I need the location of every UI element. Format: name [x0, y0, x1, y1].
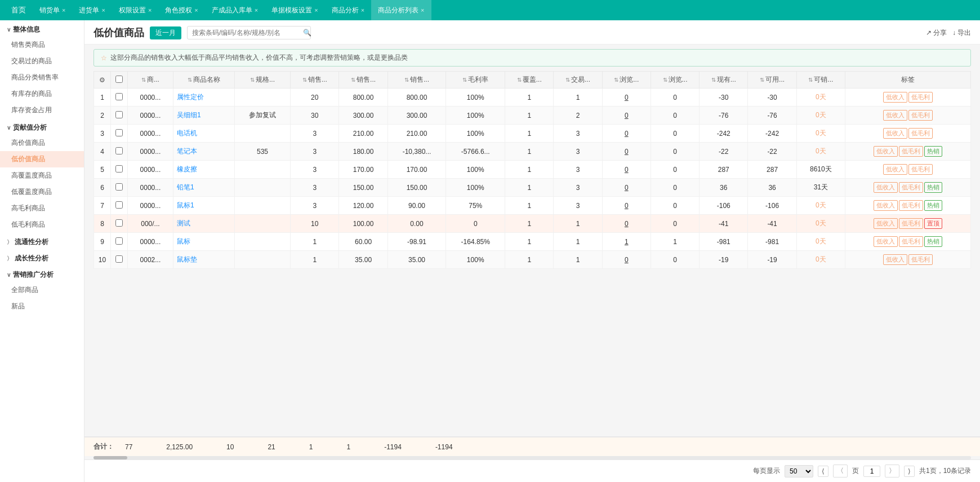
row-checkbox-input[interactable]	[115, 255, 123, 263]
first-page-button[interactable]: ⟨	[818, 466, 828, 477]
prev-page-button[interactable]: 〈	[833, 465, 848, 477]
nav-close-permissions[interactable]: ×	[148, 7, 152, 14]
row-browse1[interactable]: 0	[602, 179, 651, 197]
th-browse2[interactable]: 浏览...	[651, 72, 699, 89]
page-number-input[interactable]	[863, 466, 880, 477]
sidebar-item-high-value[interactable]: 高价值商品	[0, 135, 84, 151]
next-page-button[interactable]: 〉	[885, 465, 899, 477]
sidebar-group-growth[interactable]: 〉 成长性分析	[0, 249, 84, 266]
nav-home[interactable]: 首页	[5, 0, 33, 20]
row-checkbox[interactable]	[111, 215, 128, 233]
sidebar-item-new-goods[interactable]: 新品	[0, 298, 84, 315]
row-checkbox-input[interactable]	[115, 237, 123, 245]
row-name[interactable]: 属性定价	[173, 89, 234, 107]
row-browse1[interactable]: 0	[602, 215, 651, 233]
sidebar-item-stock-goods[interactable]: 有库存的商品	[0, 86, 84, 102]
browse-link[interactable]: 0	[625, 256, 629, 264]
row-checkbox[interactable]	[111, 143, 128, 161]
browse-link[interactable]: 0	[625, 148, 629, 156]
nav-roles[interactable]: 角色授权 ×	[158, 0, 204, 20]
th-browse1[interactable]: 浏览...	[602, 72, 651, 89]
browse-link[interactable]: 0	[625, 166, 629, 174]
browse-link[interactable]: 1	[625, 238, 629, 246]
row-checkbox[interactable]	[111, 197, 128, 215]
row-name[interactable]: 测试	[173, 215, 234, 233]
row-browse1[interactable]: 0	[602, 89, 651, 107]
browse-link[interactable]: 0	[625, 130, 629, 138]
nav-permissions[interactable]: 权限设置 ×	[112, 0, 158, 20]
th-spec[interactable]: 规格...	[234, 72, 290, 89]
th-cover[interactable]: 覆盖...	[505, 72, 554, 89]
browse-link[interactable]: 0	[625, 112, 629, 120]
row-checkbox[interactable]	[111, 89, 128, 107]
nav-purchase[interactable]: 进货单 ×	[72, 0, 112, 20]
sidebar-item-capital-occupy[interactable]: 库存资金占用	[0, 102, 84, 118]
select-all-checkbox[interactable]	[115, 76, 123, 83]
row-name[interactable]: 鼠标	[173, 233, 234, 251]
nav-close-analysis-list[interactable]: ×	[421, 7, 424, 14]
nav-close-sales[interactable]: ×	[62, 7, 65, 14]
sidebar-group-circulation[interactable]: 〉 流通性分析	[0, 233, 84, 249]
row-checkbox[interactable]	[111, 107, 128, 125]
th-sale1[interactable]: 销售...	[339, 72, 387, 89]
row-name[interactable]: 鼠标垫	[173, 251, 234, 269]
row-name[interactable]: 笔记本	[173, 143, 234, 161]
nav-sales[interactable]: 销货单 ×	[33, 0, 72, 20]
page-size-select[interactable]: 50 100 200	[785, 465, 813, 477]
filter-button[interactable]: 近一月	[150, 26, 181, 39]
sidebar-item-low-margin[interactable]: 低毛利商品	[0, 216, 84, 233]
horizontal-scrollbar[interactable]	[93, 456, 971, 459]
row-checkbox[interactable]	[111, 179, 128, 197]
th-name[interactable]: 商品名称	[173, 72, 234, 89]
export-button[interactable]: ↓ 导出	[952, 28, 971, 38]
row-checkbox-input[interactable]	[115, 183, 123, 191]
row-checkbox-input[interactable]	[115, 93, 123, 100]
row-name[interactable]: 鼠标1	[173, 197, 234, 215]
last-page-button[interactable]: ⟩	[904, 466, 915, 477]
sidebar-group-contribution[interactable]: ∨ 贡献值分析	[0, 118, 84, 135]
row-checkbox[interactable]	[111, 161, 128, 179]
row-checkbox-input[interactable]	[115, 111, 123, 118]
nav-warehouse[interactable]: 产成品入库单 ×	[205, 0, 265, 20]
row-checkbox[interactable]	[111, 125, 128, 143]
share-button[interactable]: ↗ 分享	[926, 28, 947, 38]
row-checkbox[interactable]	[111, 233, 128, 251]
sidebar-group-marketing[interactable]: ∨ 营销推广分析	[0, 266, 84, 282]
row-name[interactable]: 电话机	[173, 125, 234, 143]
nav-analysis-list[interactable]: 商品分析列表 ×	[371, 0, 431, 20]
th-gross[interactable]: 毛利率	[446, 72, 505, 89]
th-avail[interactable]: 可用...	[748, 72, 796, 89]
row-name[interactable]: 橡皮擦	[173, 161, 234, 179]
th-qty[interactable]: 销售...	[291, 72, 339, 89]
search-input[interactable]	[187, 26, 311, 39]
row-checkbox-input[interactable]	[115, 219, 123, 227]
row-browse1[interactable]: 0	[602, 251, 651, 269]
sidebar-item-traded-goods[interactable]: 交易过的商品	[0, 53, 84, 69]
nav-close-roles[interactable]: ×	[194, 7, 198, 14]
sidebar-item-sales-goods[interactable]: 销售类商品	[0, 37, 84, 53]
sidebar-item-all-goods[interactable]: 全部商品	[0, 282, 84, 298]
sidebar-group-overall[interactable]: ∨ 整体信息	[0, 20, 84, 37]
sidebar-item-high-coverage[interactable]: 高覆盖度商品	[0, 167, 84, 184]
nav-template[interactable]: 单据模板设置 ×	[265, 0, 324, 20]
row-checkbox-input[interactable]	[115, 147, 123, 154]
table-container[interactable]: ⚙ 商... 商品名称 规格... 销售... 销售... 销售... 毛利率 …	[84, 71, 980, 436]
scrollbar-thumb[interactable]	[93, 456, 127, 459]
row-checkbox-input[interactable]	[115, 165, 123, 173]
row-browse1[interactable]: 0	[602, 197, 651, 215]
th-code[interactable]: 商...	[128, 72, 173, 89]
row-browse1[interactable]: 0	[602, 143, 651, 161]
search-icon[interactable]: 🔍	[303, 29, 311, 37]
nav-close-purchase[interactable]: ×	[101, 7, 105, 14]
row-browse1[interactable]: 0	[602, 161, 651, 179]
row-checkbox-input[interactable]	[115, 129, 123, 136]
browse-link[interactable]: 0	[625, 94, 629, 101]
th-stock[interactable]: 现有...	[700, 72, 748, 89]
sidebar-item-low-value[interactable]: 低价值商品	[0, 151, 84, 167]
nav-close-template[interactable]: ×	[314, 7, 318, 14]
row-browse1[interactable]: 0	[602, 125, 651, 143]
th-sale2[interactable]: 销售...	[387, 72, 446, 89]
browse-link[interactable]: 0	[625, 220, 629, 228]
sidebar-item-category-sales[interactable]: 商品分类销售率	[0, 69, 84, 86]
row-checkbox[interactable]	[111, 251, 128, 269]
